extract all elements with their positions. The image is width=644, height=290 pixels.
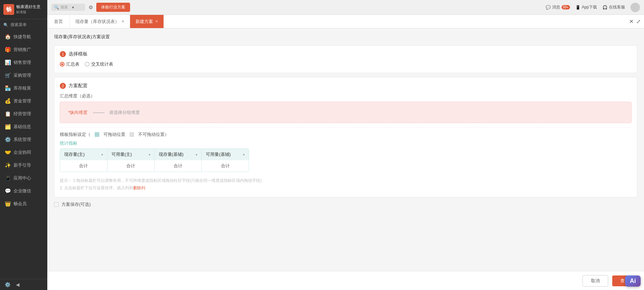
dimension-placeholder: 请选择分组维度 <box>109 110 140 116</box>
tab-inventory-close-icon[interactable]: ✕ <box>121 19 124 24</box>
stats-col-0[interactable]: 现存量(主) ▾ <box>60 149 107 160</box>
sidebar-item-app-center[interactable]: 📱 应用中心 <box>0 172 47 185</box>
search-icon: 🔍 <box>54 5 59 10</box>
collapse-icon[interactable]: ◀ <box>16 282 20 287</box>
step2-section: 2 方案配置 汇总维度（必选） *纵向维度 —— 请选择分组维度 模板指标设定（… <box>54 77 637 197</box>
sidebar-item-purchase[interactable]: 🛒 采购管理 <box>0 69 47 82</box>
sidebar-item-enterprise[interactable]: 🤝 企业协同 <box>0 146 47 159</box>
sidebar-item-label: 应用中心 <box>14 175 31 181</box>
stats-col-2-dropdown-icon[interactable]: ▾ <box>196 153 197 156</box>
tab-new-plan[interactable]: 新建方案 ✕ <box>130 15 164 28</box>
app-icon: 📱 <box>575 5 580 10</box>
sidebar-item-label: 营销推广 <box>14 47 31 53</box>
delete-link[interactable]: 删除列 <box>133 186 145 190</box>
not-movable-label: 不可拖动位置） <box>138 131 169 138</box>
stats-col-1-label: 可用量(主) <box>112 151 132 158</box>
sidebar-item-marketing[interactable]: 🎁 营销推广 <box>0 43 47 56</box>
stats-col-1-dropdown-icon[interactable]: ▾ <box>149 153 150 156</box>
experience-btn[interactable]: 体验行业方案 <box>96 3 130 12</box>
service-label: 在线客服 <box>609 4 625 10</box>
topbar-message[interactable]: 💬 消息 99+ <box>546 4 570 10</box>
summary-dimension-label: 汇总维度（必选） <box>60 93 631 99</box>
page-title: 现存量(库存状况表)方案设置 <box>54 34 637 40</box>
tab-expand-icon[interactable]: ⤢ <box>636 18 641 25</box>
radio-cross[interactable]: 交叉统计表 <box>85 61 113 67</box>
sidebar-item-quick-nav[interactable]: 🏠 快捷导航 <box>0 30 47 43</box>
indicator-settings: 模板指标设定（ 可拖动位置 不可拖动位置） <box>60 131 631 138</box>
sidebar-item-label: 基础信息 <box>14 124 31 130</box>
cancel-button[interactable]: 取消 <box>583 275 608 287</box>
sidebar-item-system[interactable]: ⚙️ 系统管理 <box>0 133 47 146</box>
step1-header: 1 选择模板 <box>60 51 631 57</box>
home-icon: 🏠 <box>5 34 11 40</box>
crown-icon: 👑 <box>5 201 11 207</box>
step1-section: 1 选择模板 汇总表 交叉统计表 <box>54 45 637 73</box>
message-badge: 99+ <box>562 5 570 9</box>
chart-icon: 📊 <box>5 59 11 66</box>
sidebar-item-label: 销售管理 <box>14 59 31 66</box>
footer: 取消 查询 <box>47 271 644 290</box>
step1-num: 1 <box>60 51 66 57</box>
topbar-app-download[interactable]: 📱 App下载 <box>575 4 597 10</box>
sidebar-item-sales[interactable]: 📊 销售管理 <box>0 56 47 69</box>
search-text: 搜索 <box>60 5 68 10</box>
tip-2: 2. 点击标题栏下拉可设置排序、插入列和删除列 <box>60 185 631 192</box>
save-checkbox[interactable] <box>54 202 59 207</box>
sidebar-item-guide[interactable]: ✨ 新手引导 <box>0 159 47 172</box>
sidebar-footer: ⚙️ ◀ <box>0 279 47 290</box>
tip-section: 提示： 1.拖动标题栏可以调整布局，不可跨维度或指标区域拖动柱目字段(只能在同一… <box>60 177 631 192</box>
stats-section: 统计指标 现存量(主) ▾ 可用量(主) ▾ <box>60 140 631 173</box>
topbar-gear-icon[interactable]: ⚙ <box>89 4 93 10</box>
sidebar-item-finance[interactable]: 💰 资金管理 <box>0 95 47 107</box>
radio-summary-circle <box>60 62 65 67</box>
step2-num: 2 <box>60 83 66 89</box>
main-area: 🔍 搜索 ▾ ⚙ 体验行业方案 💬 消息 99+ 📱 App下载 🎧 在线客服 <box>47 0 644 290</box>
folder-icon: 🗂️ <box>5 124 11 130</box>
service-icon: 🎧 <box>602 5 608 10</box>
stats-col-3[interactable]: 可用量(基辅) ▾ <box>202 149 249 160</box>
sidebar-item-inventory[interactable]: 🏪 库存核算 <box>0 82 47 95</box>
save-option-label: 方案保存(可选) <box>61 201 91 208</box>
tabbar-actions: ✕ ⤢ <box>626 18 644 25</box>
app-logo: 畅 畅康通好生意 标准版 <box>0 0 47 19</box>
tab-home[interactable]: 首页 <box>47 15 70 28</box>
dimension-box[interactable]: *纵向维度 —— 请选择分组维度 <box>60 102 631 123</box>
step2-label: 方案配置 <box>69 83 88 89</box>
stats-col-1[interactable]: 可用量(主) ▾ <box>107 149 155 160</box>
stats-col-0-dropdown-icon[interactable]: ▾ <box>101 153 103 156</box>
tab-collapse-icon[interactable]: ✕ <box>629 18 634 25</box>
radio-summary[interactable]: 汇总表 <box>60 61 79 67</box>
sidebar-item-label: 企业微信 <box>14 188 31 194</box>
cart-icon: 🛒 <box>5 72 11 78</box>
sidebar: 畅 畅康通好生意 标准版 🔍 搜索菜单 🏠 快捷导航 🎁 营销推广 📊 销售管理… <box>0 0 47 290</box>
template-radio-group: 汇总表 交叉统计表 <box>60 61 631 67</box>
sidebar-item-wechat[interactable]: 💬 企业微信 <box>0 185 47 197</box>
topbar-online-service[interactable]: 🎧 在线客服 <box>602 4 625 10</box>
sidebar-item-member[interactable]: 👑 畅会员 <box>0 197 47 210</box>
tabbar: 首页 现存量（库存状况表） ✕ 新建方案 ✕ ✕ ⤢ <box>47 15 644 28</box>
stats-col-2[interactable]: 现存量(基辅) ▾ <box>155 149 202 160</box>
sidebar-item-label: 库存核算 <box>14 85 31 91</box>
app-name-block: 畅康通好生意 标准版 <box>16 4 41 15</box>
tab-new-plan-close-icon[interactable]: ✕ <box>155 19 158 24</box>
topbar-avatar[interactable] <box>630 3 640 12</box>
mobile-icon: 📱 <box>5 175 11 181</box>
chat-icon: 💬 <box>5 188 11 194</box>
topbar-search[interactable]: 🔍 搜索 ▾ <box>51 4 85 11</box>
sidebar-item-operations[interactable]: 📋 经营管理 <box>0 107 47 120</box>
step2-header: 2 方案配置 <box>60 83 631 89</box>
sidebar-item-label: 畅会员 <box>14 201 27 207</box>
dropdown-icon: ▾ <box>72 5 74 10</box>
sidebar-item-basic-info[interactable]: 🗂️ 基础信息 <box>0 120 47 133</box>
stats-col-3-dropdown-icon[interactable]: ▾ <box>243 153 245 156</box>
indicator-settings-label: 模板指标设定（ <box>60 131 91 138</box>
settings-icon[interactable]: ⚙️ <box>5 282 10 287</box>
tab-inventory-status[interactable]: 现存量（库存状况表） ✕ <box>70 15 130 28</box>
sidebar-item-label: 采购管理 <box>14 72 31 78</box>
ai-badge[interactable]: Ai <box>625 275 641 287</box>
message-label: 消息 <box>552 4 560 10</box>
sidebar-search[interactable]: 🔍 搜索菜单 <box>0 19 47 30</box>
stats-cell-3: 合计 <box>202 160 249 172</box>
movable-badge <box>95 132 99 137</box>
gift-icon: 🎁 <box>5 47 11 53</box>
